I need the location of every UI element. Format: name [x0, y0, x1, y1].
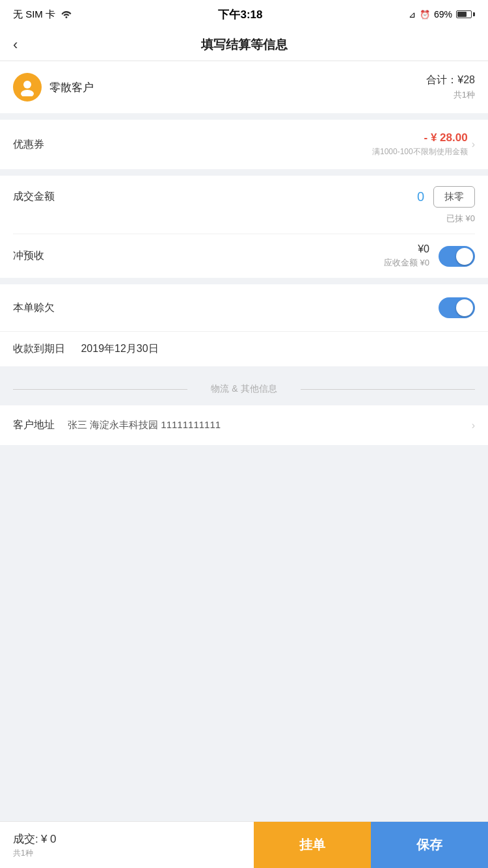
coupon-row[interactable]: 优惠券 - ¥ 28.00 满1000-100不限制使用金额 ›: [0, 120, 488, 169]
address-label: 客户地址: [13, 418, 55, 432]
bottom-count: 共1种: [13, 848, 241, 859]
address-row[interactable]: 客户地址 张三 海淀永丰科技园 11111111111 ›: [0, 405, 488, 445]
chevron-right-icon: ›: [472, 139, 475, 150]
svg-point-0: [23, 81, 31, 88]
customer-left: 零散客户: [13, 73, 94, 102]
coupon-desc: 满1000-100不限制使用金额: [372, 146, 468, 157]
customer-summary: 合计：¥28 共1种: [426, 74, 475, 101]
status-left: 无 SIM 卡: [13, 8, 72, 21]
duedate-value: 2019年12月30日: [81, 343, 158, 354]
debt-toggle-knob: [456, 299, 473, 316]
save-button[interactable]: 保存: [371, 822, 488, 869]
deal-amount-value: 0: [417, 189, 424, 204]
logistics-line-left: [13, 389, 187, 390]
debt-toggle[interactable]: [439, 297, 475, 318]
coupon-value: - ¥ 28.00 满1000-100不限制使用金额: [372, 131, 468, 157]
bottom-summary: 成交: ¥ 0 共1种: [0, 832, 254, 859]
location-icon: ⊿: [409, 10, 416, 20]
wifi-icon: [61, 9, 72, 20]
prepay-value: ¥0 应收金额 ¥0: [384, 243, 429, 269]
coupon-label: 优惠券: [13, 138, 44, 152]
logistics-header: 物流 & 其他信息: [0, 373, 488, 405]
coupon-card: 优惠券 - ¥ 28.00 满1000-100不限制使用金额 ›: [0, 120, 488, 169]
hold-button[interactable]: 挂单: [254, 822, 371, 869]
status-right: ⊿ ⏰ 69%: [409, 9, 475, 20]
battery-percent: 69%: [434, 9, 452, 20]
network-label: 无 SIM 卡: [13, 8, 55, 21]
duedate-label: 收款到期日: [13, 343, 65, 354]
coupon-discount: - ¥ 28.00: [372, 131, 468, 144]
back-button[interactable]: ‹: [8, 31, 23, 59]
deal-amount-right: 0 抹零: [417, 186, 475, 208]
logistics-line-right: [301, 389, 475, 390]
bottom-bar: 成交: ¥ 0 共1种 挂单 保存: [0, 821, 488, 868]
round-button[interactable]: 抹零: [433, 186, 475, 208]
total-amount: 合计：¥28: [426, 74, 475, 87]
debt-card: 本单赊欠 收款到期日 2019年12月30日: [0, 284, 488, 366]
page-title: 填写结算等信息: [201, 36, 288, 53]
status-time: 下午3:18: [218, 7, 262, 22]
prepay-right: ¥0 应收金额 ¥0: [384, 243, 475, 269]
customer-name: 零散客户: [49, 80, 94, 95]
battery-icon: [456, 10, 475, 18]
content: 零散客户 合计：¥28 共1种 优惠券 - ¥ 28.00 满1000-100不…: [0, 61, 488, 504]
bottom-deal-label: 成交:: [13, 833, 38, 845]
bottom-deal-amount: ¥ 0: [41, 833, 57, 845]
alarm-icon: ⏰: [420, 10, 430, 20]
status-bar: 无 SIM 卡 下午3:18 ⊿ ⏰ 69%: [0, 0, 488, 29]
deal-sub-text: 已抹 ¥0: [0, 211, 488, 234]
bottom-deal-line: 成交: ¥ 0: [13, 832, 241, 847]
deal-card: 成交金额 0 抹零 已抹 ¥0 冲预收 ¥0 应收金额 ¥0: [0, 176, 488, 278]
prepay-sub: 应收金额 ¥0: [384, 257, 429, 269]
prepay-amount: ¥0: [384, 243, 429, 255]
total-count: 共1种: [426, 89, 475, 101]
customer-row: 零散客户 合计：¥28 共1种: [0, 61, 488, 113]
coupon-right: - ¥ 28.00 满1000-100不限制使用金额 ›: [372, 131, 475, 157]
debt-label: 本单赊欠: [13, 301, 55, 315]
prepay-label: 冲预收: [13, 249, 44, 263]
nav-bar: ‹ 填写结算等信息: [0, 29, 488, 61]
address-chevron-icon: ›: [472, 420, 475, 431]
prepay-toggle[interactable]: [439, 246, 475, 267]
avatar: [13, 73, 42, 102]
address-value: 张三 海淀永丰科技园 11111111111: [68, 419, 472, 431]
debt-row: 本单赊欠: [0, 284, 488, 331]
address-card: 客户地址 张三 海淀永丰科技园 11111111111 ›: [0, 405, 488, 445]
duedate-row: 收款到期日 2019年12月30日: [0, 331, 488, 366]
prepay-row: 冲预收 ¥0 应收金额 ¥0: [0, 234, 488, 278]
deal-amount-row: 成交金额 0 抹零: [0, 176, 488, 211]
deal-amount-label: 成交金额: [13, 190, 55, 204]
svg-point-1: [21, 90, 34, 96]
toggle-knob: [456, 248, 473, 265]
customer-card: 零散客户 合计：¥28 共1种: [0, 61, 488, 113]
logistics-label: 物流 & 其他信息: [211, 383, 277, 395]
